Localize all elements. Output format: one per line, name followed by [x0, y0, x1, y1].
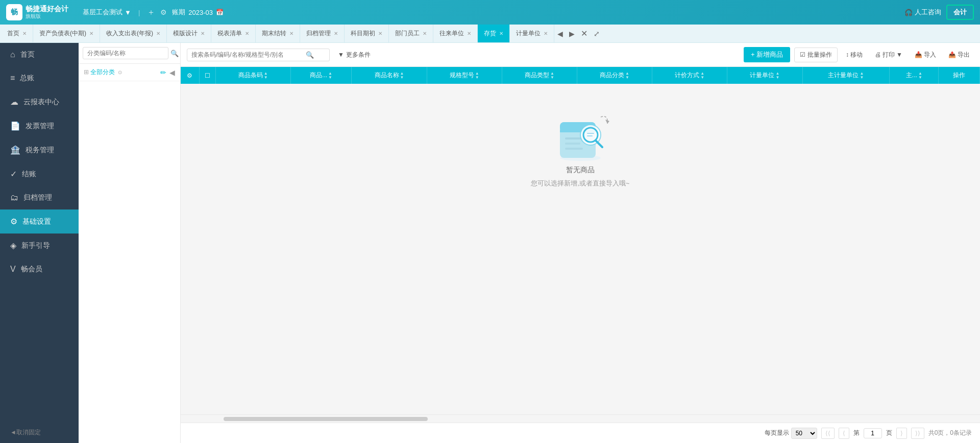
logo-area: 畅 畅捷通好会计 旗舰版	[6, 4, 78, 20]
sidebar-item-home[interactable]: ⌂ 首页	[0, 43, 79, 66]
tab-subject[interactable]: 科目期初 ✕	[345, 25, 389, 43]
tab-next-btn[interactable]: ▶	[566, 25, 578, 43]
tab-close-home[interactable]: ✕	[22, 31, 27, 36]
tab-close-partner[interactable]: ✕	[467, 31, 471, 36]
tab-inventory[interactable]: 存货 ✕	[478, 25, 510, 43]
left-category-panel: 🔍 ⊞ 全部分类 ⊙ ✏ ◀	[79, 43, 181, 443]
table-col-spec[interactable]: 规格型号 ▲▼	[427, 67, 502, 84]
search-input[interactable]	[191, 51, 304, 58]
tab-archive[interactable]: 归档管理 ✕	[300, 25, 345, 43]
tab-close-archive[interactable]: ✕	[334, 31, 338, 36]
logo-text: 畅捷通好会计	[26, 5, 68, 13]
scroll-area[interactable]	[181, 414, 980, 423]
tab-partner[interactable]: 往来单位 ✕	[433, 25, 478, 43]
category-search-icon[interactable]: 🔍	[170, 50, 179, 57]
tab-expand-btn[interactable]: ⤢	[591, 25, 603, 43]
tab-template[interactable]: 模版设计 ✕	[167, 25, 211, 43]
per-page-select[interactable]: 50 100 200	[791, 428, 817, 439]
move-btn[interactable]: ↕ 移动	[842, 48, 867, 62]
ledger-icon: ≡	[10, 74, 15, 83]
category-collapse-icon[interactable]: ◀	[169, 68, 175, 77]
tab-close-period-end[interactable]: ✕	[289, 31, 293, 36]
page-next-btn[interactable]: ⟩	[896, 428, 907, 439]
sidebar-item-archive[interactable]: 🗂 归档管理	[0, 186, 79, 209]
category-search-area: 🔍	[79, 43, 180, 64]
unpin-sidebar-btn[interactable]: ◄取消固定	[0, 422, 79, 443]
sidebar: ⌂ 首页 ≡ 总账 ☁ 云报表中心 📄 发票管理 🏦 税务管理 ✓ 结账 🗂 归…	[0, 43, 79, 443]
toolbar: 🔍 ▼ 更多条件 + 新增商品 ☑ 批量操作 ↕ 移动	[181, 43, 980, 67]
search-icon[interactable]: 🔍	[306, 51, 314, 59]
all-categories-label: ⊞ 全部分类 ⊙	[84, 68, 122, 77]
export-btn[interactable]: 📤 导出	[944, 48, 974, 62]
category-header: ⊞ 全部分类 ⊙ ✏ ◀	[79, 64, 180, 81]
import-btn[interactable]: 📥 导入	[911, 48, 940, 62]
category-edit-icon[interactable]: ✏	[160, 68, 166, 77]
batch-operate-btn[interactable]: ☑ 批量操作	[794, 48, 838, 62]
basic-icon: ⚙	[10, 217, 17, 226]
table-col-settings[interactable]: ⚙	[181, 67, 199, 84]
toolbar-right: + 新增商品 ☑ 批量操作 ↕ 移动 🖨 打印 ▼	[744, 47, 974, 62]
main-layout: ⌂ 首页 ≡ 总账 ☁ 云报表中心 📄 发票管理 🏦 税务管理 ✓ 结账 🗂 归…	[0, 43, 980, 443]
page-prev-btn[interactable]: ⟨	[839, 428, 849, 439]
sidebar-item-invoice[interactable]: 📄 发票管理	[0, 114, 79, 138]
sidebar-item-tax[interactable]: 🏦 税务管理	[0, 138, 79, 162]
table-col-code[interactable]: 商品... ▲▼	[290, 67, 352, 84]
table-col-main-unit[interactable]: 主计量单位 ▲▼	[802, 67, 890, 84]
tab-close-all-btn[interactable]: ✕	[578, 25, 591, 43]
tab-close-template[interactable]: ✕	[201, 31, 205, 36]
sidebar-item-settle[interactable]: ✓ 结账	[0, 162, 79, 186]
tab-home[interactable]: 首页 ✕	[1, 25, 33, 43]
tab-taxform[interactable]: 税表清单 ✕	[211, 25, 256, 43]
category-search-input[interactable]	[83, 47, 168, 59]
page-last-btn[interactable]: ⟩⟩	[911, 428, 924, 439]
logo-icon: 畅	[6, 4, 22, 20]
empty-desc: 您可以选择新增,或者直接导入哦~	[531, 179, 629, 188]
table-col-name[interactable]: 商品名称 ▲▼	[352, 67, 427, 84]
sidebar-item-ledger[interactable]: ≡ 总账	[0, 66, 79, 90]
tab-close-subject[interactable]: ✕	[378, 31, 382, 36]
add-company-btn[interactable]: ＋	[147, 7, 155, 18]
page-input[interactable]	[864, 428, 882, 438]
tab-income[interactable]: 收入支出表(年报) ✕	[100, 25, 167, 43]
tab-bar: 首页 ✕ 资产负债表(中期) ✕ 收入支出表(年报) ✕ 模版设计 ✕ 税表清单…	[0, 25, 980, 43]
tab-assets[interactable]: 资产负债表(中期) ✕	[33, 25, 100, 43]
reports-icon: ☁	[10, 97, 18, 107]
table-col-barcode[interactable]: 商品条码 ▲▼	[215, 67, 290, 84]
table-wrap: ⚙ ☐ 商品条码 ▲▼ 商品...	[181, 67, 980, 414]
empty-title: 暂无商品	[566, 166, 595, 175]
settings-icon[interactable]: ⚙	[160, 8, 167, 16]
table-col-type[interactable]: 商品类型 ▲▼	[502, 67, 577, 84]
consult-btn[interactable]: 🎧 人工咨询	[904, 8, 941, 17]
invoice-icon: 📄	[10, 121, 20, 131]
company-selector[interactable]: 基层工会测试 ▼	[83, 8, 131, 17]
empty-illustration	[547, 104, 614, 166]
tab-unit[interactable]: 计量单位 ✕	[510, 25, 554, 43]
pagination: 每页显示 50 100 200 ⟨⟨ ⟨ 第 页 ⟩ ⟩⟩ 共0页，0条记录	[181, 423, 980, 443]
empty-state: 暂无商品 您可以选择新增,或者直接导入哦~	[181, 84, 980, 208]
table-col-check[interactable]: ☐	[199, 67, 215, 84]
more-filter-btn[interactable]: ▼ 更多条件	[334, 49, 375, 61]
table-col-price-method[interactable]: 计价方式 ▲▼	[652, 67, 727, 84]
add-product-btn[interactable]: + 新增商品	[744, 47, 790, 62]
tab-close-dept[interactable]: ✕	[423, 31, 427, 36]
table-col-unit[interactable]: 计量单位 ▲▼	[727, 67, 802, 84]
table-col-extra[interactable]: 主... ▲▼	[890, 67, 939, 84]
tab-close-income[interactable]: ✕	[156, 31, 160, 36]
print-btn[interactable]: 🖨 打印 ▼	[871, 48, 906, 62]
kuaiji-button[interactable]: 会计	[946, 5, 974, 20]
tab-close-assets[interactable]: ✕	[89, 31, 93, 36]
sidebar-item-member[interactable]: V 畅会员	[0, 258, 79, 281]
tab-dept[interactable]: 部门员工 ✕	[389, 25, 433, 43]
table-col-category[interactable]: 商品分类 ▲▼	[577, 67, 652, 84]
tab-close-unit[interactable]: ✕	[544, 31, 548, 36]
sidebar-item-guide[interactable]: ◈ 新手引导	[0, 234, 79, 258]
page-first-btn[interactable]: ⟨⟨	[821, 428, 835, 439]
tab-period-end[interactable]: 期末结转 ✕	[256, 25, 300, 43]
tab-close-taxform[interactable]: ✕	[245, 31, 249, 36]
sidebar-item-basic[interactable]: ⚙ 基础设置	[0, 209, 79, 234]
sidebar-item-reports[interactable]: ☁ 云报表中心	[0, 90, 79, 114]
scroll-thumb[interactable]	[224, 417, 428, 421]
tab-prev-btn[interactable]: ◀	[554, 25, 566, 43]
tab-close-inventory[interactable]: ✕	[499, 31, 503, 36]
product-table: ⚙ ☐ 商品条码 ▲▼ 商品...	[181, 67, 980, 208]
